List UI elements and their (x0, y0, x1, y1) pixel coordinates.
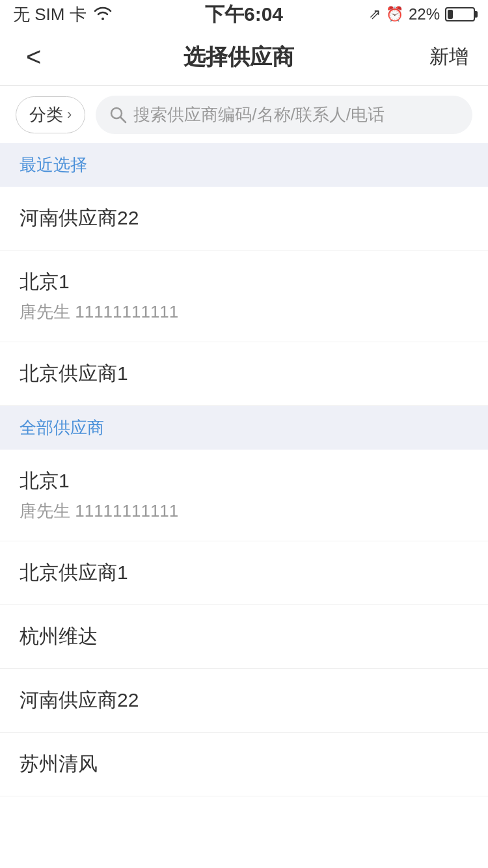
status-right: ⇗ ⏰ 22% (369, 5, 475, 23)
recent-list-item[interactable]: 北京供应商1 (0, 342, 488, 406)
battery-icon (445, 7, 475, 21)
recent-section-label: 最近选择 (20, 155, 87, 174)
wifi-icon (93, 5, 113, 25)
battery-percent: 22% (409, 5, 440, 23)
status-bar: 无 SIM 卡 下午6:04 ⇗ ⏰ 22% (0, 0, 488, 29)
item-sub: 唐先生 11111111111 (20, 301, 468, 323)
all-list-item[interactable]: 河南供应商22 (0, 669, 488, 733)
all-section-label: 全部供应商 (20, 418, 104, 437)
all-list-item[interactable]: 苏州清风 (0, 733, 488, 796)
all-list-item[interactable]: 北京供应商1 (0, 541, 488, 605)
location-icon: ⇗ (369, 6, 381, 23)
item-name: 杭州维达 (20, 623, 468, 650)
svg-line-1 (120, 117, 126, 122)
search-placeholder[interactable]: 搜索供应商编码/名称/联系人/电话 (133, 103, 385, 126)
status-time: 下午6:04 (205, 1, 283, 28)
all-list-item[interactable]: 北京1唐先生 11111111111 (0, 450, 488, 541)
alarm-icon: ⏰ (386, 6, 403, 23)
add-button[interactable]: 新增 (429, 44, 468, 70)
category-button[interactable]: 分类 › (16, 96, 85, 133)
all-list: 北京1唐先生 11111111111北京供应商1杭州维达河南供应商22苏州清风 (0, 450, 488, 796)
recent-section-header: 最近选择 (0, 143, 488, 187)
item-name: 河南供应商22 (20, 687, 468, 714)
category-label: 分类 (29, 103, 63, 126)
page-title: 选择供应商 (183, 42, 294, 72)
chevron-right-icon: › (67, 106, 72, 123)
item-name: 北京供应商1 (20, 360, 468, 387)
status-left: 无 SIM 卡 (13, 3, 113, 26)
item-sub: 唐先生 11111111111 (20, 500, 468, 522)
item-name: 北京供应商1 (20, 560, 468, 586)
search-box[interactable]: 搜索供应商编码/名称/联系人/电话 (96, 96, 472, 134)
item-name: 北京1 (20, 468, 468, 495)
back-button[interactable]: < (20, 36, 47, 78)
all-section-header: 全部供应商 (0, 406, 488, 450)
recent-list-item[interactable]: 河南供应商22 (0, 187, 488, 251)
item-name: 河南供应商22 (20, 205, 468, 232)
all-list-item[interactable]: 杭州维达 (0, 605, 488, 669)
no-sim-text: 无 SIM 卡 (13, 3, 87, 26)
nav-bar: < 选择供应商 新增 (0, 29, 488, 86)
recent-list: 河南供应商22北京1唐先生 11111111111北京供应商1 (0, 187, 488, 406)
item-name: 苏州清风 (20, 751, 468, 778)
search-icon (109, 105, 127, 124)
recent-list-item[interactable]: 北京1唐先生 11111111111 (0, 251, 488, 342)
filter-bar: 分类 › 搜索供应商编码/名称/联系人/电话 (0, 86, 488, 143)
item-name: 北京1 (20, 269, 468, 295)
